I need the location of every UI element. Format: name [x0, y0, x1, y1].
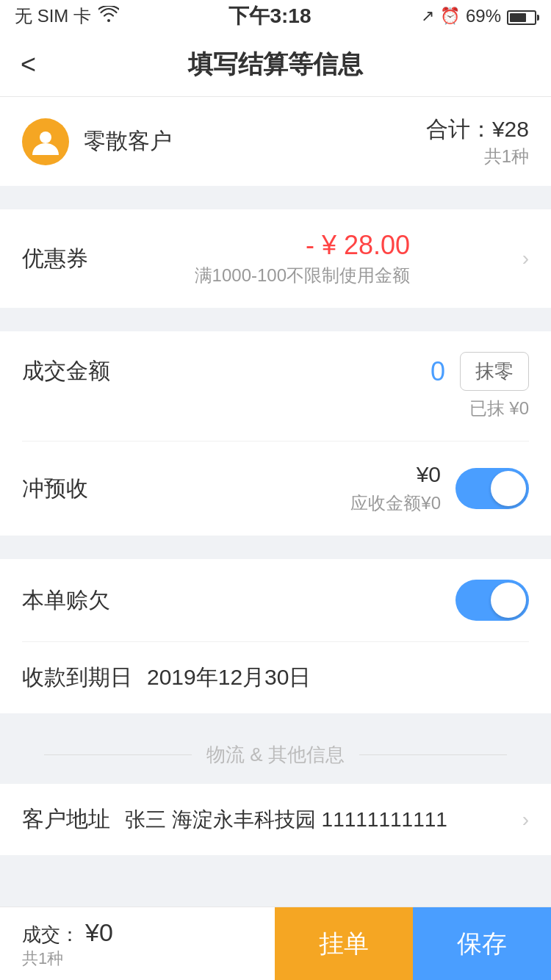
save-button[interactable]: 保存 — [413, 907, 551, 981]
back-button[interactable]: < — [21, 49, 36, 80]
total-amount: 合计：¥28 — [426, 115, 529, 145]
debt-card: 本单赊欠 收款到期日 2019年12月30日 — [0, 559, 551, 713]
due-date-value: 2019年12月30日 — [147, 663, 311, 693]
location-icon: ↗ — [421, 7, 434, 26]
round-zero-button[interactable]: 抹零 — [460, 352, 529, 391]
coupon-sub: 满1000-100不限制使用金额 — [195, 264, 410, 287]
status-bar: 无 SIM 卡 下午3:18 ↗ ⏰ 69% — [0, 0, 551, 32]
toggle-knob — [491, 471, 526, 506]
total-count: 共1种 — [426, 145, 529, 168]
prepay-label: 冲预收 — [22, 474, 88, 504]
coupon-discount: - ¥ 28.00 — [306, 230, 410, 261]
wifi-icon — [98, 6, 119, 26]
address-label: 客户地址 — [22, 804, 110, 835]
prepay-right: ¥0 应收金额¥0 — [350, 462, 441, 515]
address-value: 张三 海淀永丰科技园 11111111111 — [125, 806, 516, 834]
avatar — [22, 118, 69, 165]
customer-card: 零散客户 合计：¥28 共1种 — [0, 97, 551, 186]
svg-point-0 — [40, 131, 51, 143]
bottom-info: 成交： ¥0 共1种 — [0, 918, 275, 970]
bottom-count: 共1种 — [22, 948, 253, 970]
customer-left: 零散客户 — [22, 118, 172, 165]
nav-bar: < 填写结算等信息 — [0, 32, 551, 97]
coupon-card: 优惠券 - ¥ 28.00 满1000-100不限制使用金额 › — [0, 209, 551, 308]
coupon-row[interactable]: 优惠券 - ¥ 28.00 满1000-100不限制使用金额 › — [0, 209, 551, 308]
due-date-label: 收款到期日 — [22, 663, 132, 693]
content: 零散客户 合计：¥28 共1种 优惠券 - ¥ 28.00 满1000-100不… — [0, 97, 551, 940]
toggle-knob-2 — [491, 583, 526, 618]
bottom-deal-label: 成交： — [22, 922, 79, 948]
coupon-label: 优惠券 — [22, 244, 88, 274]
debt-label: 本单赊欠 — [22, 586, 110, 616]
page-title: 填写结算等信息 — [188, 48, 363, 82]
address-chevron-icon: › — [522, 808, 529, 832]
battery-percent: 69% — [466, 6, 501, 26]
bottom-bar: 成交： ¥0 共1种 挂单 保存 — [0, 907, 551, 980]
prepay-amount: ¥0 — [417, 462, 441, 487]
deal-card: 成交金额 0 抹零 已抹 ¥0 冲预收 ¥0 应收金额¥0 — [0, 331, 551, 536]
carrier-text: 无 SIM 卡 — [15, 4, 91, 28]
address-row[interactable]: 客户地址 张三 海淀永丰科技园 11111111111 › — [0, 784, 551, 855]
prepay-row: 冲预收 ¥0 应收金额¥0 — [0, 442, 551, 536]
deal-amount-value: 0 — [431, 356, 445, 387]
status-left: 无 SIM 卡 — [15, 4, 119, 28]
deal-amount-row: 成交金额 0 抹零 已抹 ¥0 — [0, 331, 551, 441]
address-card: 客户地址 张三 海淀永丰科技园 11111111111 › — [0, 784, 551, 855]
alarm-icon: ⏰ — [440, 7, 460, 26]
prepay-sub: 应收金额¥0 — [350, 491, 441, 515]
coupon-right: - ¥ 28.00 满1000-100不限制使用金额 — [195, 230, 410, 287]
prepay-toggle[interactable] — [455, 468, 529, 509]
logistics-section: 物流 & 其他信息 — [0, 725, 551, 784]
battery-icon — [507, 6, 536, 26]
status-time: 下午3:18 — [228, 2, 311, 30]
date-row: 收款到期日 2019年12月30日 — [0, 642, 551, 713]
chevron-right-icon: › — [522, 247, 529, 270]
hold-button[interactable]: 挂单 — [275, 907, 413, 981]
logistics-label: 物流 & 其他信息 — [192, 742, 359, 768]
customer-name: 零散客户 — [84, 126, 172, 156]
deal-amount-label: 成交金额 — [22, 356, 110, 386]
debt-toggle[interactable] — [455, 580, 529, 621]
customer-summary: 合计：¥28 共1种 — [426, 115, 529, 168]
bottom-deal-amount: ¥0 — [85, 918, 113, 947]
deal-row-top: 成交金额 0 抹零 — [22, 352, 529, 391]
status-right: ↗ ⏰ 69% — [421, 6, 536, 26]
customer-row: 零散客户 合计：¥28 共1种 — [0, 97, 551, 186]
deal-sub: 已抹 ¥0 — [22, 397, 529, 420]
debt-row: 本单赊欠 — [0, 559, 551, 641]
